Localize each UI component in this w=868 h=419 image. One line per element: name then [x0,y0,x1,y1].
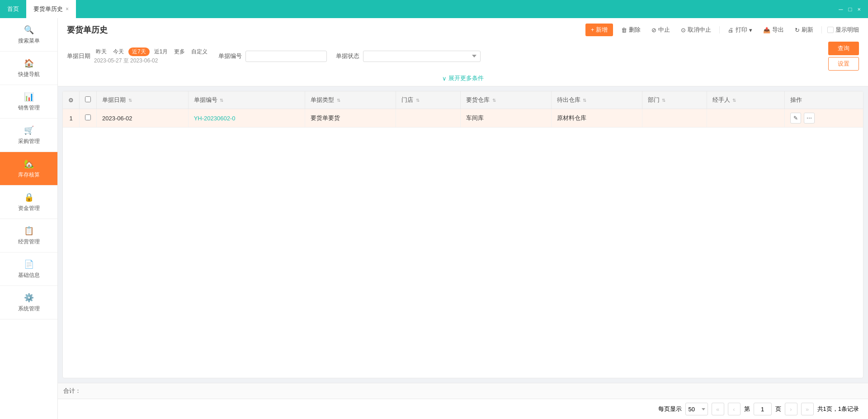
date-filter-label: 单据日期 [67,52,90,60]
delete-button[interactable]: 🗑 删除 [618,24,643,36]
th-req-warehouse[interactable]: 要货仓库 ⇅ [461,91,552,109]
new-button[interactable]: + 新增 [585,24,613,36]
query-button[interactable]: 查询 [828,42,859,55]
sidebar-item-system-label: 系统管理 [18,305,40,313]
th-store-label: 门店 [401,96,413,103]
th-no-label: 单据编号 [194,96,217,103]
table-footer: 合计： [58,383,868,399]
sidebar-item-operations-label: 经营管理 [18,238,40,246]
th-type-label: 单据类型 [311,96,334,103]
refresh-button[interactable]: ↻ 刷新 [792,24,816,36]
window-maximize-btn[interactable]: □ [849,6,852,13]
sidebar-item-basic-info[interactable]: 📄 基础信息 [0,252,57,286]
date-shortcut-yesterday[interactable]: 昨天 [94,48,108,56]
cancel-stop-button[interactable]: ⊙ 取消中止 [678,24,714,36]
last-page-btn[interactable]: » [801,403,814,415]
window-minimize-btn[interactable]: ─ [839,6,843,13]
th-date[interactable]: 单据日期 ⇅ [97,91,189,109]
stop-label: 中止 [658,26,670,34]
settings-button[interactable]: 设置 [828,57,859,71]
row-checkbox-cell [80,109,97,128]
date-range-text: 2023-05-27 至 2023-06-02 [94,57,209,65]
first-page-btn[interactable]: « [712,403,724,415]
expand-more-btn[interactable]: ∨ 展开更多条件 [67,74,859,82]
row-handler [707,109,784,128]
tab-home[interactable]: 首页 [0,0,26,18]
top-bar: 首页 要货单历史 × ─ □ × [0,0,868,18]
date-shortcut-today[interactable]: 今天 [111,48,126,56]
date-shortcut-more[interactable]: 更多 [172,48,187,56]
row-index: 1 [63,109,80,128]
window-close-btn[interactable]: × [857,6,861,13]
date-shortcut-1month[interactable]: 近1月 [152,48,170,56]
th-type[interactable]: 单据类型 ⇅ [305,91,396,109]
export-icon: 📤 [763,27,770,33]
next-page-icon: › [790,406,792,413]
next-page-btn[interactable]: › [785,403,797,415]
toolbar: + 新增 🗑 删除 ⊘ 中止 ⊙ 取消中止 🖨 [585,24,859,36]
per-page-select[interactable]: 50 100 200 [685,403,708,415]
th-gear[interactable]: ⚙ [63,91,80,109]
prev-page-btn[interactable]: ‹ [728,403,741,415]
display-detail-checkbox[interactable] [827,27,834,33]
export-button[interactable]: 📤 导出 [760,24,787,36]
filter-row: 单据日期 昨天 今天 近7天 近1月 更多 自定义 2023-05-27 至 2… [67,42,859,71]
display-detail-toggle[interactable]: 显示明细 [827,26,859,34]
page-suffix: 页 [775,405,781,413]
th-req-warehouse-label: 要货仓库 [466,96,490,103]
page-label: 第 [744,405,750,413]
stop-button[interactable]: ⊘ 中止 [649,24,673,36]
status-select[interactable] [363,51,481,62]
sidebar-item-sales[interactable]: 📊 销售管理 [0,85,57,119]
orders-table: ⚙ 单据日期 ⇅ 单据编号 ⇅ 单据类型 [63,91,863,128]
table-container: ⚙ 单据日期 ⇅ 单据编号 ⇅ 单据类型 [62,91,863,378]
sidebar-item-inventory[interactable]: 🏡 库存核算 [0,152,57,186]
th-store[interactable]: 门店 ⇅ [396,91,461,109]
sales-icon: 📊 [24,91,34,102]
sidebar-item-operations[interactable]: 📋 经营管理 [0,219,57,252]
date-shortcut-custom[interactable]: 自定义 [189,48,209,56]
search-menu-icon: 🔍 [24,24,34,35]
th-no[interactable]: 单据编号 ⇅ [188,91,305,109]
refresh-icon: ↻ [795,27,800,33]
print-dropdown-icon: ▾ [749,27,752,33]
th-handler[interactable]: 经手人 ⇅ [707,91,784,109]
row-edit-btn[interactable]: ✎ [790,113,801,124]
order-no-label: 单据编号 [218,52,242,60]
table-row[interactable]: 1 2023-06-02 YH-20230602-0 要货单要货 车间库 原材料… [63,109,863,128]
inventory-icon: 🏡 [24,158,34,169]
status-label: 单据状态 [336,52,359,60]
sidebar-item-purchase[interactable]: 🛒 采购管理 [0,119,57,152]
per-page-label: 每页显示 [658,405,682,413]
row-req-warehouse: 车间库 [461,109,552,128]
sidebar-item-search-menu[interactable]: 🔍 搜索菜单 [0,18,57,52]
query-settings-group: 查询 设置 [828,42,859,71]
table-header: ⚙ 单据日期 ⇅ 单据编号 ⇅ 单据类型 [63,91,863,109]
row-checkbox[interactable] [85,114,91,120]
print-button[interactable]: 🖨 打印 ▾ [725,24,755,36]
th-pending-warehouse[interactable]: 待出仓库 ⇅ [551,91,642,109]
export-label: 导出 [772,26,784,34]
sidebar-item-system[interactable]: ⚙️ 系统管理 [0,286,57,319]
date-shortcut-7days[interactable]: 近7天 [128,48,150,56]
row-date: 2023-06-02 [97,109,189,128]
select-all-checkbox[interactable] [85,96,91,102]
sidebar-item-search-menu-label: 搜索菜单 [18,37,40,45]
row-more-btn[interactable]: ⋯ [804,113,815,124]
page-input[interactable] [754,403,772,415]
order-no-filter-group: 单据编号 [218,51,327,62]
order-no-input[interactable] [245,51,327,62]
row-no-link[interactable]: YH-20230602-0 [194,115,236,122]
sort-req-warehouse-icon: ⇅ [492,98,496,103]
row-edit-icon: ✎ [793,115,798,121]
sidebar-item-finance[interactable]: 🔒 资金管理 [0,186,57,219]
sidebar-item-quick-nav[interactable]: 🏠 快捷导航 [0,52,57,85]
th-department[interactable]: 部门 ⇅ [642,91,707,109]
th-action: 操作 [784,91,863,109]
filter-area: 单据日期 昨天 今天 近7天 近1月 更多 自定义 2023-05-27 至 2… [67,42,859,86]
tab-order-history[interactable]: 要货单历史 × [26,0,76,18]
tab-close-icon[interactable]: × [66,6,69,12]
display-detail-label: 显示明细 [835,26,859,34]
finance-icon: 🔒 [24,192,34,203]
sort-department-icon: ⇅ [662,98,665,103]
